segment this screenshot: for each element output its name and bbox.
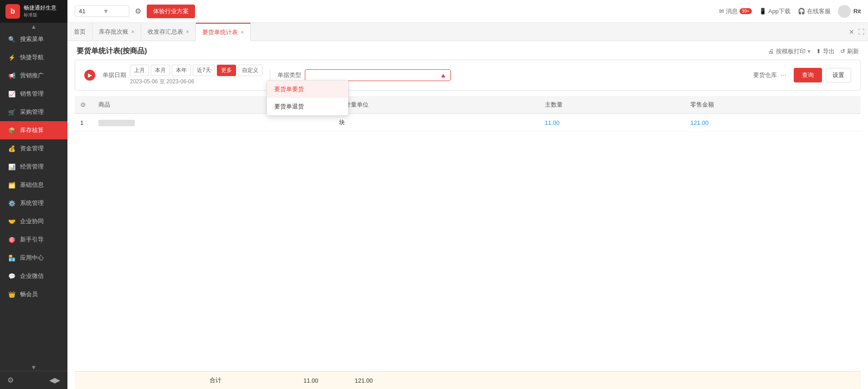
page-actions: 🖨 按模板打印 ▾ ⬆ 导出 ↺ 刷新 xyxy=(768,47,859,56)
tab-order-stat-close[interactable]: × xyxy=(241,29,244,36)
chevron-down-icon: ▼ xyxy=(103,8,125,15)
system-icon: ⚙️ xyxy=(7,199,16,208)
type-input[interactable] xyxy=(309,72,440,79)
setting-button[interactable]: 设置 xyxy=(826,68,851,82)
sidebar-item-appstore[interactable]: 🏪 应用中心 xyxy=(0,249,67,267)
sidebar-item-operation[interactable]: 📊 经营管理 xyxy=(0,158,67,176)
date-filter-group: 单据日期 上月 本月 本年 近7天 更多 自定义 2023-05-06 至 20… xyxy=(103,65,262,86)
date-btn-last-month[interactable]: 上月 xyxy=(130,65,149,76)
sidebar-item-sales[interactable]: 📈 销售管理 xyxy=(0,85,67,103)
basic-icon: 🗂️ xyxy=(7,180,16,189)
sidebar-item-enterprise[interactable]: 🤝 企业协同 xyxy=(0,212,67,230)
page-header: 要货单统计表(按商品) 🖨 按模板打印 ▾ ⬆ 导出 ↺ 刷新 xyxy=(67,41,868,60)
tab-receivable[interactable]: 收发存汇总表 × xyxy=(141,23,196,41)
avatar xyxy=(838,5,851,18)
cell-no-0: 1 xyxy=(75,114,93,132)
sidebar-scroll-down[interactable]: ▼ xyxy=(0,363,67,371)
filter-expand-button[interactable]: ▶ xyxy=(84,70,95,81)
guide-icon: 🎯 xyxy=(7,235,16,244)
date-btn-custom[interactable]: 自定义 xyxy=(238,65,262,76)
tabs-end: ✕ ⛶ xyxy=(849,28,868,36)
column-settings-icon[interactable]: ⚙ xyxy=(80,101,86,108)
company-selector[interactable]: 41 ▼ xyxy=(75,5,129,17)
app-subtitle: 标准版 xyxy=(24,12,56,18)
export-button[interactable]: ⬆ 导出 xyxy=(816,47,835,56)
collapse-icon[interactable]: ◀▶ xyxy=(49,376,60,384)
dropdown-item-order-goods[interactable]: 要货单要货 xyxy=(267,81,348,98)
tab-home[interactable]: 首页 xyxy=(67,23,92,41)
tabs-expand-icon[interactable]: ✕ xyxy=(849,28,854,36)
topbar: 41 ▼ ⚙ 体验行业方案 ✉ 消息 99+ 📱 App下载 🎧 在线客服 R xyxy=(67,0,868,23)
sidebar-item-marketing[interactable]: 📢 营销推广 xyxy=(0,67,67,85)
refresh-label: 刷新 xyxy=(847,47,859,56)
footer-values: 11.00 121.00 xyxy=(303,377,373,384)
message-badge: 99+ xyxy=(740,8,752,14)
date-btn-7days[interactable]: 近7天 xyxy=(193,65,215,76)
main-area: 41 ▼ ⚙ 体验行业方案 ✉ 消息 99+ 📱 App下载 🎧 在线客服 R xyxy=(67,0,868,389)
tab-inventory[interactable]: 库存批次账 × xyxy=(92,23,141,41)
filter-action-buttons: 查询 设置 xyxy=(794,68,851,82)
sidebar-item-search[interactable]: 🔍 搜索菜单 xyxy=(0,30,67,48)
type-dropdown-arrow[interactable]: ▲ xyxy=(440,72,447,79)
sidebar-item-finance[interactable]: 💰 资金管理 xyxy=(0,139,67,158)
page-title: 要货单统计表(按商品) xyxy=(77,46,147,56)
service-icon: 🎧 xyxy=(798,8,805,15)
tab-inventory-close[interactable]: × xyxy=(131,29,134,35)
date-btn-this-year[interactable]: 本年 xyxy=(172,65,191,76)
warehouse-filter-group: 要货仓库 ··· xyxy=(753,71,786,79)
date-btn-this-month[interactable]: 本月 xyxy=(151,65,170,76)
topbar-gear-icon[interactable]: ⚙ xyxy=(135,7,141,15)
cell-amount-0: 121.00 xyxy=(685,114,861,132)
type-input-wrapper[interactable]: ▲ xyxy=(305,69,451,81)
sidebar-item-basic[interactable]: 🗂️ 基础信息 xyxy=(0,176,67,194)
operation-icon: 📊 xyxy=(7,162,16,171)
tabs-fullscreen-icon[interactable]: ⛶ xyxy=(858,28,864,36)
online-service-label: 在线客服 xyxy=(807,7,831,15)
download-icon: 📱 xyxy=(759,8,766,15)
member-icon: 👑 xyxy=(7,290,16,299)
sidebar-item-inventory[interactable]: 📦 库存核算 xyxy=(0,121,67,139)
query-button[interactable]: 查询 xyxy=(794,68,822,82)
col-unit: 主计量单位 xyxy=(334,96,539,114)
type-dropdown: 要货单要货 要货单退货 xyxy=(267,80,349,116)
username: Rit xyxy=(853,8,861,15)
table-wrap: ⚙ 商品 主计量单位 主数量 零售金额 1 块 11.00 121.00 xyxy=(75,96,861,371)
sidebar-scroll-up[interactable]: ▲ xyxy=(0,23,67,30)
sidebar-item-purchase[interactable]: 🛒 采购管理 xyxy=(0,103,67,121)
sidebar-item-label-member: 畅会员 xyxy=(20,290,38,298)
table-row: 1 块 11.00 121.00 xyxy=(75,114,861,132)
sidebar-nav: 🔍 搜索菜单 ⚡ 快捷导航 📢 营销推广 📈 销售管理 🛒 采购管理 📦 库存核… xyxy=(0,30,67,363)
topbar-left: 41 ▼ ⚙ 体验行业方案 xyxy=(75,5,195,18)
message-icon: ✉ xyxy=(719,8,724,15)
online-service-button[interactable]: 🎧 在线客服 xyxy=(798,7,831,15)
message-button[interactable]: ✉ 消息 99+ xyxy=(719,7,752,15)
table-footer: 合计 11.00 121.00 xyxy=(75,371,861,389)
print-button[interactable]: 🖨 按模板打印 ▾ xyxy=(768,47,811,56)
tab-order-stat[interactable]: 要货单统计表 × xyxy=(196,23,251,41)
refresh-button[interactable]: ↺ 刷新 xyxy=(840,47,859,56)
sidebar-item-wechat[interactable]: 💬 企业微信 xyxy=(0,267,67,285)
dropdown-item-order-return[interactable]: 要货单退货 xyxy=(267,98,348,115)
sidebar-item-label-finance: 资金管理 xyxy=(20,144,44,153)
trial-button[interactable]: 体验行业方案 xyxy=(147,5,195,18)
topbar-right: ✉ 消息 99+ 📱 App下载 🎧 在线客服 Rit xyxy=(719,5,861,18)
sidebar-item-label-appstore: 应用中心 xyxy=(20,254,44,262)
user-area[interactable]: Rit xyxy=(838,5,861,18)
col-qty: 主数量 xyxy=(539,96,685,114)
sidebar-item-system[interactable]: ⚙️ 系统管理 xyxy=(0,194,67,212)
sidebar-item-guide[interactable]: 🎯 新手引导 xyxy=(0,230,67,249)
warehouse-more-icon[interactable]: ··· xyxy=(781,71,786,79)
print-icon: 🖨 xyxy=(768,48,774,55)
settings-icon[interactable]: ⚙ xyxy=(7,376,14,384)
sidebar-item-label-shortcut: 快捷导航 xyxy=(20,53,44,61)
date-btn-more[interactable]: 更多 xyxy=(217,65,236,76)
cell-qty-0: 11.00 xyxy=(539,114,685,132)
app-download-button[interactable]: 📱 App下载 xyxy=(759,7,791,15)
company-selector-value: 41 xyxy=(79,8,101,15)
sidebar-item-label-guide: 新手引导 xyxy=(20,235,44,244)
app-logo-icon: b xyxy=(5,4,20,19)
content-area: 要货单统计表(按商品) 🖨 按模板打印 ▾ ⬆ 导出 ↺ 刷新 ▶ xyxy=(67,41,868,389)
tab-receivable-close[interactable]: × xyxy=(186,29,189,35)
sidebar-item-shortcut[interactable]: ⚡ 快捷导航 xyxy=(0,48,67,67)
sidebar-item-member[interactable]: 👑 畅会员 xyxy=(0,285,67,303)
